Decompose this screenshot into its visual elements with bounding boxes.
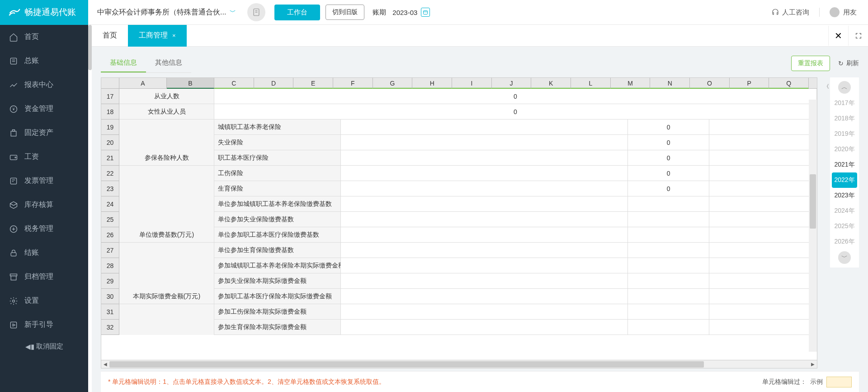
cell-value[interactable] <box>628 289 709 304</box>
sidebar-item-funds[interactable]: ¥资金管理 <box>0 97 88 121</box>
cell-value[interactable] <box>628 320 709 335</box>
refresh-button[interactable]: ↻ 刷新 <box>838 59 859 67</box>
scroll-right-button[interactable]: ▶ <box>809 360 817 368</box>
cell[interactable] <box>709 196 817 212</box>
row-label-c[interactable]: 失业保险 <box>214 135 341 150</box>
cell-value[interactable]: 0 <box>628 181 709 196</box>
row-label-c[interactable]: 参加职工基本医疗保险本期实际缴费金额 <box>214 289 341 304</box>
row-label-c[interactable]: 工伤保险 <box>214 166 341 181</box>
cell-value[interactable]: 0 <box>214 89 817 104</box>
row-header[interactable]: 28 <box>101 258 119 273</box>
row-header[interactable]: 31 <box>101 304 119 320</box>
spreadsheet[interactable]: ABCDEFGHIJKLMNOPQ 17从业人数018女性从业人员019城镇职工… <box>101 77 817 368</box>
unpin-button[interactable]: ◀▮ 取消固定 <box>0 337 88 356</box>
row-label-ab[interactable] <box>119 120 214 135</box>
sidebar-item-settings[interactable]: 设置 <box>0 289 88 313</box>
year-item[interactable]: 2022年 <box>832 172 857 188</box>
column-header-P[interactable]: P <box>730 78 769 89</box>
horizontal-scroll-track[interactable] <box>109 361 809 368</box>
document-icon-button[interactable] <box>247 3 265 21</box>
company-selector[interactable]: 中审众环会计师事务所（特殊普通合伙... ﹀ <box>97 8 236 17</box>
cell-value[interactable]: 0 <box>628 166 709 181</box>
sidebar-item-reports[interactable]: 报表中心 <box>0 73 88 97</box>
row-label-c[interactable]: 生育保险 <box>214 181 341 196</box>
cell[interactable] <box>341 258 628 273</box>
cell[interactable] <box>341 166 628 181</box>
row-label-ab[interactable] <box>119 196 214 212</box>
sidebar-scrollbar[interactable] <box>88 25 92 70</box>
cell[interactable] <box>341 135 628 150</box>
column-header-Q[interactable]: Q <box>769 78 809 89</box>
vertical-scrollbar[interactable] <box>809 100 817 352</box>
cell-value[interactable] <box>628 273 709 289</box>
cell-value[interactable]: 0 <box>628 135 709 150</box>
column-header-D[interactable]: D <box>254 78 294 89</box>
row-label-c[interactable]: 城镇职工基本养老保险 <box>214 120 341 135</box>
cell[interactable] <box>341 273 628 289</box>
period-value[interactable]: 2023-03 <box>392 9 417 16</box>
row-label-ab[interactable]: 女性从业人员 <box>119 104 214 120</box>
consult-link[interactable]: 人工咨询 <box>771 8 809 17</box>
sidebar-item-closing[interactable]: 结账 <box>0 241 88 265</box>
row-header[interactable]: 17 <box>101 89 119 104</box>
sidebar-item-guide[interactable]: 新手引导 <box>0 313 88 337</box>
cell[interactable] <box>709 273 817 289</box>
cell[interactable] <box>341 150 628 166</box>
column-header-L[interactable]: L <box>571 78 611 89</box>
cell[interactable] <box>709 320 817 335</box>
reset-report-button[interactable]: 重置报表 <box>791 56 830 71</box>
row-label-c[interactable]: 单位参加城镇职工基本养老保险缴费基数 <box>214 196 341 212</box>
corner-cell[interactable] <box>101 78 119 89</box>
column-header-C[interactable]: C <box>214 78 254 89</box>
row-label-ab[interactable] <box>119 243 214 258</box>
row-header[interactable]: 20 <box>101 135 119 150</box>
row-header[interactable]: 24 <box>101 196 119 212</box>
grid-body[interactable]: 17从业人数018女性从业人员019城镇职工基本养老保险020失业保险021参保… <box>101 89 817 360</box>
cell-value[interactable] <box>628 196 709 212</box>
tab-close-icon[interactable]: × <box>172 32 176 39</box>
row-label-c[interactable]: 职工基本医疗保险 <box>214 150 341 166</box>
cell-value[interactable]: 0 <box>628 120 709 135</box>
cell-value[interactable] <box>628 258 709 273</box>
column-header-G[interactable]: G <box>373 78 413 89</box>
cell[interactable] <box>341 304 628 320</box>
year-item[interactable]: 2023年 <box>832 188 857 203</box>
cell-value[interactable] <box>628 227 709 243</box>
row-label-c[interactable]: 参加生育保险本期实际缴费金额 <box>214 320 341 335</box>
column-header-F[interactable]: F <box>333 78 373 89</box>
row-header[interactable]: 32 <box>101 320 119 335</box>
column-header-I[interactable]: I <box>452 78 492 89</box>
column-header-J[interactable]: J <box>492 78 532 89</box>
row-label-ab[interactable] <box>119 181 214 196</box>
row-label-c[interactable]: 参加失业保险本期实际缴费金额 <box>214 273 341 289</box>
row-header[interactable]: 19 <box>101 120 119 135</box>
row-label-ab[interactable] <box>119 135 214 150</box>
row-label-c[interactable]: 参加工伤保险本期实际缴费金额 <box>214 304 341 320</box>
cell[interactable] <box>341 212 628 227</box>
workspace-button[interactable]: 工作台 <box>274 5 320 20</box>
horizontal-scrollbar[interactable]: ◀ ▶ <box>101 360 817 368</box>
column-header-A[interactable]: A <box>119 78 167 89</box>
tab-business-admin[interactable]: 工商管理 × <box>128 25 187 47</box>
row-label-ab[interactable] <box>119 166 214 181</box>
cell[interactable] <box>341 320 628 335</box>
row-label-c[interactable]: 参加城镇职工基本养老保险本期实际缴费金额 <box>214 258 341 273</box>
sidebar-item-home[interactable]: 首页 <box>0 25 88 49</box>
cell[interactable] <box>341 120 628 135</box>
row-header[interactable]: 21 <box>101 150 119 166</box>
year-item[interactable]: 2018年 <box>832 111 857 126</box>
row-label-ab[interactable] <box>119 304 214 320</box>
row-label-ab[interactable]: 从业人数 <box>119 89 214 104</box>
column-header-K[interactable]: K <box>531 78 571 89</box>
cell[interactable] <box>709 150 817 166</box>
cell[interactable] <box>341 289 628 304</box>
row-label-ab[interactable]: 参保各险种人数 <box>119 150 214 166</box>
year-down-button[interactable]: ﹀ <box>838 251 851 264</box>
subtab-basic[interactable]: 基础信息 <box>101 54 146 72</box>
row-header[interactable]: 23 <box>101 181 119 196</box>
year-item[interactable]: 2026年 <box>832 234 857 249</box>
cell[interactable] <box>341 243 628 258</box>
cell[interactable] <box>709 258 817 273</box>
row-header[interactable]: 25 <box>101 212 119 227</box>
sidebar-item-salary[interactable]: 工资 <box>0 145 88 169</box>
